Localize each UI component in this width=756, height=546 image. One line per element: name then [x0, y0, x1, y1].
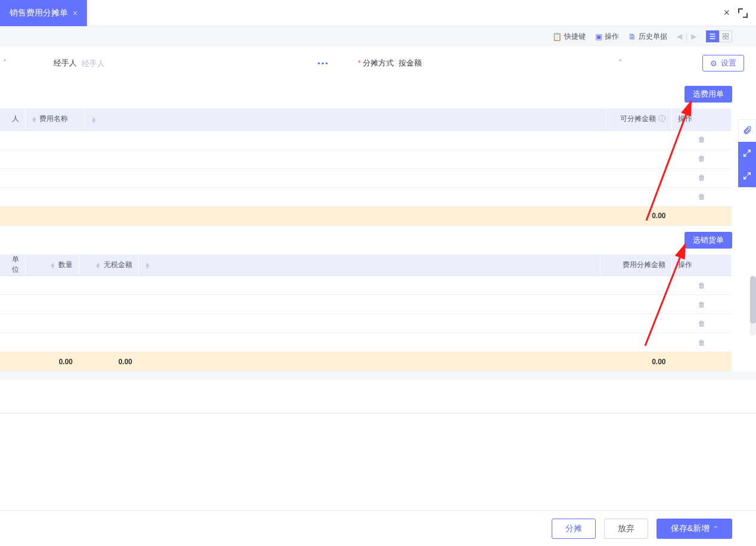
expand-icon[interactable] [738, 142, 756, 165]
table-row[interactable]: 🗑 [0, 130, 732, 149]
view-card-icon[interactable] [719, 30, 732, 42]
alloc-field: 分摊方式 [358, 58, 626, 69]
toolbar: 📋快捷键 ▣操作 🗎历史单据 ◀ | ▶ [0, 26, 756, 46]
blank-panel [0, 380, 756, 413]
svg-rect-2 [723, 37, 726, 39]
sort-icon[interactable]: ▲▼ [91, 117, 97, 123]
table-row[interactable]: 🗑 [0, 295, 732, 314]
col-blank: ▲▼ [85, 108, 606, 130]
total-alloc-amount: 0.00 [606, 206, 672, 225]
alloc-label: 分摊方式 [358, 58, 394, 69]
svg-rect-3 [726, 37, 729, 39]
alloc-input[interactable] [399, 59, 625, 68]
table-row[interactable]: 🗑 [0, 276, 732, 295]
footer: 分摊 放弃 保存&新增 ⌃ [0, 510, 756, 546]
right-dock [738, 119, 756, 187]
nav-next-icon[interactable]: ▶ [691, 32, 696, 41]
col-row-header: 人 [0, 108, 25, 130]
table-row[interactable]: 🗑 [0, 314, 732, 333]
discard-button[interactable]: 放弃 [604, 519, 648, 539]
trash-icon[interactable]: 🗑 [698, 319, 705, 328]
allocate-button[interactable]: 分摊 [552, 519, 596, 539]
fullscreen-icon[interactable] [738, 8, 748, 18]
help-icon[interactable]: ⓘ [658, 114, 665, 123]
close-icon[interactable]: × [73, 8, 77, 18]
handler-field: 经手人 ••• [54, 58, 334, 69]
sort-icon[interactable]: ▲▼ [50, 262, 56, 268]
operate-link[interactable]: ▣操作 [595, 32, 619, 42]
settings-button[interactable]: ⚙ 设置 [702, 55, 744, 72]
handler-input[interactable] [82, 59, 308, 68]
tab-active[interactable]: 销售费用分摊单 × [0, 0, 87, 26]
spacer [0, 371, 756, 380]
form-row: ˇ 经手人 ••• 分摊方式 ˇ ⚙ 设置 [0, 46, 756, 80]
sort-icon[interactable]: ▲▼ [95, 262, 101, 268]
expand-icon[interactable] [738, 165, 756, 187]
section-expenses: 选费用单 人 ▲▼费用名称 ▲▼ 可分摊金额ⓘ 操作 🗑 🗑 🗑 🗑 0.00 [0, 80, 756, 226]
tab-bar: 销售费用分摊单 × × [0, 0, 756, 26]
total-alloc: 0.00 [601, 352, 672, 371]
trash-icon[interactable]: 🗑 [698, 154, 705, 163]
table-row[interactable]: 🗑 [0, 333, 732, 352]
clipboard-icon: 📋 [552, 32, 562, 41]
settings-label: 设置 [721, 58, 736, 69]
table-row[interactable]: 🗑 [0, 168, 732, 187]
sales-table: 单位 ▲▼数量 ▲▼无税金额 ▲▼ 费用分摊金额 操作 🗑 🗑 🗑 🗑 0.00… [0, 255, 732, 372]
shortcut-link[interactable]: 📋快捷键 [552, 32, 586, 42]
trash-icon[interactable]: 🗑 [698, 135, 705, 144]
table-row[interactable]: 🗑 [0, 149, 732, 168]
select-expense-button[interactable]: 选费用单 [685, 86, 732, 103]
chevron-up-icon: ⌃ [713, 525, 718, 532]
total-qty: 0.00 [25, 352, 79, 371]
nav-prev-icon[interactable]: ◀ [677, 32, 682, 41]
view-list-icon[interactable] [706, 30, 719, 42]
select-sales-button[interactable]: 选销货单 [685, 232, 732, 249]
view-toggle [706, 30, 732, 42]
tab-title: 销售费用分摊单 [10, 8, 68, 18]
trash-icon[interactable]: 🗑 [698, 193, 705, 201]
col-qty: ▲▼数量 [25, 255, 79, 276]
history-link[interactable]: 🗎历史单据 [629, 32, 667, 42]
trash-icon[interactable]: 🗑 [698, 281, 705, 290]
col-cost-name: ▲▼费用名称 [25, 108, 85, 130]
save-new-label: 保存&新增 [671, 523, 710, 534]
col-operate: 操作 [672, 108, 732, 130]
expense-table: 人 ▲▼费用名称 ▲▼ 可分摊金额ⓘ 操作 🗑 🗑 🗑 🗑 0.00 [0, 108, 732, 226]
chevron-down-icon[interactable]: ˇ [4, 59, 12, 67]
scrollbar[interactable] [750, 276, 756, 336]
sort-icon[interactable]: ▲▼ [32, 116, 38, 122]
sort-icon[interactable]: ▲▼ [145, 262, 151, 268]
gear-icon: ⚙ [710, 59, 717, 68]
trash-icon[interactable]: 🗑 [698, 339, 705, 347]
trash-icon[interactable]: 🗑 [698, 173, 705, 182]
nav-arrows: ◀ | ▶ [677, 32, 696, 41]
grid-icon: ▣ [595, 32, 602, 41]
trash-icon[interactable]: 🗑 [698, 300, 705, 309]
blank-panel [0, 414, 756, 521]
total-notax: 0.00 [79, 352, 138, 371]
col-alloc-amount: 可分摊金额ⓘ [606, 108, 672, 130]
table-total-row: 0.000.000.00 [0, 352, 732, 371]
attachment-icon[interactable] [738, 119, 756, 142]
svg-rect-0 [723, 34, 726, 36]
col-operate2: 操作 [672, 255, 732, 276]
doc-icon: 🗎 [629, 32, 636, 41]
col-blank2: ▲▼ [138, 255, 601, 276]
save-new-button[interactable]: 保存&新增 ⌃ [657, 519, 732, 539]
chevron-down-icon[interactable]: ˇ [619, 59, 627, 67]
close-panel-icon[interactable]: × [723, 7, 730, 19]
col-unit: 单位 [0, 255, 25, 276]
col-notax: ▲▼无税金额 [79, 255, 138, 276]
handler-label: 经手人 [54, 58, 77, 69]
svg-rect-1 [726, 34, 729, 36]
col-alloc-amt: 费用分摊金额 [601, 255, 672, 276]
table-total-row: 0.00 [0, 206, 732, 225]
table-row[interactable]: 🗑 [0, 187, 732, 206]
more-icon[interactable]: ••• [313, 59, 334, 68]
section-sales: 选销货单 单位 ▲▼数量 ▲▼无税金额 ▲▼ 费用分摊金额 操作 🗑 🗑 🗑 🗑… [0, 226, 756, 372]
